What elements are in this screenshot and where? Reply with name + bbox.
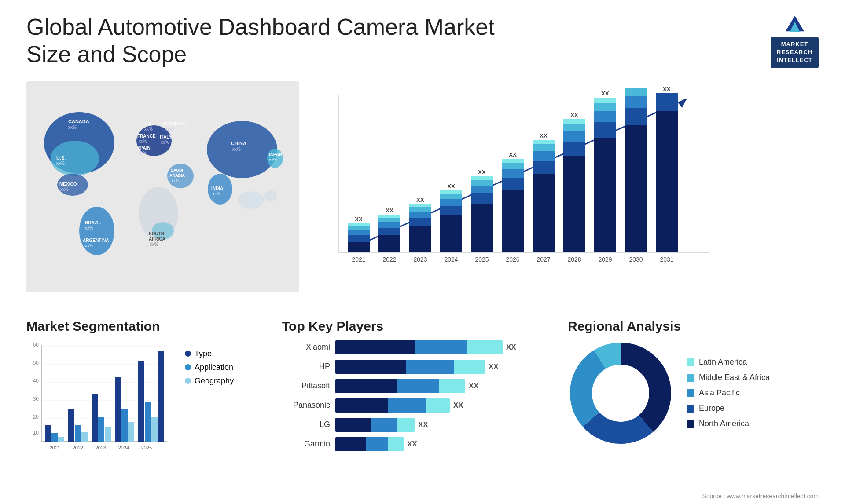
svg-rect-101 [594, 138, 616, 252]
svg-rect-62 [378, 218, 400, 222]
svg-text:2025: 2025 [475, 256, 489, 263]
svg-rect-92 [533, 144, 555, 151]
map-section: CANADA xx% U.S. xx% MEXICO xx% BRAZIL xx… [26, 81, 299, 310]
player-row-garmin: Garmin XX [282, 437, 555, 451]
players-title: Top Key Players [282, 319, 555, 334]
svg-text:2029: 2029 [598, 256, 612, 263]
svg-rect-107 [625, 125, 647, 252]
svg-text:xx%: xx% [150, 242, 158, 247]
legend-dot-type [185, 351, 191, 357]
svg-point-166 [596, 369, 645, 417]
content-grid: CANADA xx% U.S. xx% MEXICO xx% BRAZIL xx… [26, 81, 819, 459]
svg-rect-95 [563, 156, 585, 252]
svg-rect-99 [563, 119, 585, 124]
svg-rect-109 [625, 96, 647, 108]
svg-text:ARABIA: ARABIA [169, 173, 185, 178]
legend-europe: Europe [687, 404, 770, 413]
svg-text:2028: 2028 [567, 256, 581, 263]
svg-rect-55 [348, 230, 370, 235]
svg-text:30: 30 [33, 396, 39, 402]
svg-rect-69 [409, 204, 431, 207]
player-row-xiaomi: Xiaomi XX [282, 340, 555, 354]
svg-text:AFRICA: AFRICA [149, 237, 165, 241]
svg-rect-87 [502, 159, 524, 163]
player-row-panasonic: Panasonic XX [282, 398, 555, 413]
svg-rect-81 [471, 176, 493, 180]
svg-text:XX: XX [509, 151, 517, 158]
svg-text:2031: 2031 [660, 256, 673, 263]
main-bar-chart: XX XX XX [326, 86, 722, 279]
svg-rect-142 [58, 437, 64, 442]
player-bar-xiaomi: XX [335, 340, 516, 354]
donut-area: Latin America Middle East & Africa Asia … [568, 340, 819, 446]
svg-text:40: 40 [33, 378, 39, 384]
key-players-section: Top Key Players Xiaomi XX [282, 319, 555, 459]
svg-text:2021: 2021 [50, 445, 60, 450]
svg-text:2030: 2030 [629, 256, 643, 263]
svg-rect-160 [158, 351, 164, 442]
svg-text:MEXICO: MEXICO [59, 182, 77, 186]
svg-text:xx%: xx% [165, 127, 173, 131]
bar-2021: XX XX [348, 216, 370, 252]
player-name-garmin: Garmin [282, 439, 330, 449]
svg-rect-144 [68, 409, 74, 442]
bar-2031: XX [656, 86, 678, 252]
svg-point-46 [238, 191, 264, 209]
logo-area: MARKET RESEARCH INTELLECT [771, 13, 819, 68]
svg-text:2023: 2023 [413, 256, 427, 263]
svg-rect-61 [378, 222, 400, 228]
svg-rect-146 [81, 432, 88, 442]
world-map: CANADA xx% U.S. xx% MEXICO xx% BRAZIL xx… [26, 81, 299, 292]
svg-rect-83 [502, 190, 524, 252]
regional-title: Regional Analysis [568, 319, 819, 334]
svg-rect-153 [121, 409, 128, 442]
svg-point-47 [264, 190, 277, 201]
svg-text:xx%: xx% [68, 125, 77, 130]
svg-text:XX: XX [355, 216, 363, 223]
legend-middle-east: Middle East & Africa [687, 373, 770, 382]
svg-text:xx%: xx% [85, 243, 93, 248]
svg-rect-110 [625, 88, 647, 96]
svg-text:10: 10 [33, 430, 39, 436]
source-text: Source : www.marketresearchintellect.com [702, 493, 819, 500]
bar-2022: XX [378, 207, 400, 252]
header: Global Automotive Dashboard Camera Marke… [26, 13, 819, 68]
svg-text:xx%: xx% [85, 226, 93, 230]
bottom-section: Market Segmentation 60 50 40 30 20 10 [26, 319, 819, 459]
svg-text:GERMANY: GERMANY [163, 121, 185, 126]
svg-text:2021: 2021 [352, 256, 365, 263]
regional-analysis-section: Regional Analysis [568, 319, 819, 459]
legend-latin-america: Latin America [687, 358, 770, 367]
svg-rect-84 [502, 178, 524, 190]
seg-chart: 60 50 40 30 20 10 [26, 340, 176, 459]
donut-legend: Latin America Middle East & Africa Asia … [687, 358, 770, 428]
svg-text:xx%: xx% [144, 127, 153, 131]
svg-text:FRANCE: FRANCE [137, 134, 156, 139]
market-segmentation: Market Segmentation 60 50 40 30 20 10 [26, 319, 268, 459]
svg-rect-57 [348, 223, 370, 226]
player-name-panasonic: Panasonic [282, 401, 330, 410]
svg-rect-105 [594, 98, 616, 103]
svg-text:XX: XX [632, 86, 640, 87]
svg-text:2024: 2024 [118, 445, 129, 450]
svg-rect-85 [502, 169, 524, 178]
svg-text:SOUTH: SOUTH [149, 231, 164, 236]
player-bar-garmin: XX [335, 437, 417, 451]
legend-label-latin-america: Latin America [699, 358, 747, 367]
svg-rect-67 [409, 212, 431, 218]
legend-color-asia-pacific [687, 389, 694, 397]
svg-text:INDIA: INDIA [211, 186, 223, 191]
legend-label-middle-east: Middle East & Africa [699, 373, 770, 382]
svg-rect-68 [409, 207, 431, 212]
legend-geography: Geography [185, 376, 234, 386]
player-name-xiaomi: Xiaomi [282, 343, 330, 352]
legend-type: Type [185, 349, 234, 358]
svg-rect-148 [92, 394, 98, 442]
player-bar-pittasoft: XX [335, 379, 479, 393]
svg-rect-77 [471, 204, 493, 252]
svg-text:U.K.: U.K. [144, 121, 153, 126]
bar-2028: XX [563, 112, 585, 252]
svg-rect-140 [45, 425, 51, 442]
svg-text:XX: XX [416, 197, 424, 203]
svg-rect-96 [563, 142, 585, 156]
